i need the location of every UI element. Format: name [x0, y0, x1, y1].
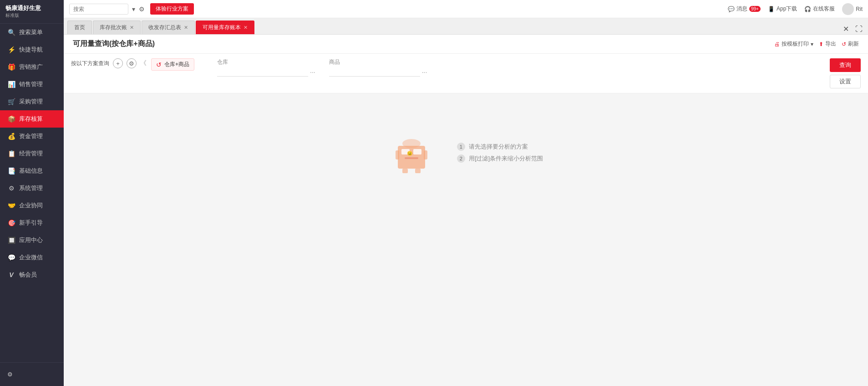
- query-label: 按以下方案查询: [71, 60, 109, 67]
- marketing-icon: 🎁: [7, 63, 15, 71]
- svg-point-8: [402, 139, 421, 148]
- topbar: ▾ ⚙ 体验行业方案 💬 消息 99+ 📱 App下载 🎧 在线客服 Rit: [64, 0, 868, 18]
- scheme-refresh-icon: ↺: [156, 61, 162, 68]
- tab-actions: ✕ ⛶: [841, 24, 864, 34]
- sidebar-item-finance[interactable]: 💰 资金管理: [0, 128, 64, 145]
- tab-available[interactable]: 可用量库存账本 ✕: [196, 21, 254, 34]
- member-icon: V: [7, 271, 15, 278]
- empty-illustration: 😐: [389, 130, 434, 175]
- edit-scheme-button[interactable]: ⚙: [127, 58, 137, 68]
- svg-rect-7: [415, 169, 421, 173]
- sidebar-logo: 畅康通好生意 标准版: [0, 0, 64, 24]
- message-label: 消息: [736, 5, 747, 13]
- sidebar-bottom: ⚙: [0, 362, 64, 386]
- export-icon: ⬆: [819, 41, 823, 47]
- tab-batch-close[interactable]: ✕: [130, 25, 134, 31]
- operation-icon: 📋: [7, 150, 15, 157]
- chevron-down-icon[interactable]: ▾: [132, 5, 135, 13]
- sidebar-item-basic[interactable]: 📑 基础信息: [0, 162, 64, 180]
- sidebar: 畅康通好生意 标准版 🔍 搜索菜单 ⚡ 快捷导航 🎁 营销推广 📊 销售管理 🛒…: [0, 0, 64, 386]
- tab-expand-button[interactable]: ⛶: [853, 24, 864, 34]
- sidebar-item-purchase[interactable]: 🛒 采购管理: [0, 93, 64, 110]
- finance-icon: 💰: [7, 133, 15, 140]
- purchase-icon: 🛒: [7, 98, 15, 105]
- sidebar-item-enterprise[interactable]: 🤝 企业协同: [0, 197, 64, 214]
- product-label: 商品: [329, 58, 427, 66]
- tab-available-close[interactable]: ✕: [244, 25, 248, 31]
- scheme-item-warehouse-product[interactable]: ↺ 仓库+商品: [151, 58, 194, 71]
- print-dropdown-icon[interactable]: ▾: [811, 41, 813, 47]
- sidebar-item-marketing[interactable]: 🎁 营销推广: [0, 58, 64, 76]
- collapse-icon[interactable]: 《: [140, 59, 147, 67]
- sidebar-item-inventory[interactable]: 📦 库存核算: [0, 110, 64, 128]
- online-support-button[interactable]: 🎧 在线客服: [804, 5, 835, 13]
- tab-batch[interactable]: 库存批次账 ✕: [93, 21, 141, 34]
- sidebar-item-operation[interactable]: 📋 经营管理: [0, 145, 64, 162]
- sidebar-item-member[interactable]: V 畅会员: [0, 266, 64, 283]
- search-input[interactable]: [69, 4, 128, 15]
- sidebar-item-system[interactable]: ⚙ 系统管理: [0, 180, 64, 197]
- headset-icon: 🎧: [804, 6, 811, 12]
- export-button[interactable]: ⬆ 导出: [819, 40, 836, 48]
- phone-icon: 📱: [768, 6, 775, 12]
- message-button[interactable]: 💬 消息 99+: [728, 5, 761, 13]
- warehouse-filter: 仓库 ···: [217, 58, 315, 77]
- warehouse-more-icon[interactable]: ···: [310, 68, 315, 76]
- tab-close-button[interactable]: ✕: [841, 24, 851, 34]
- sidebar-item-sales[interactable]: 📊 销售管理: [0, 76, 64, 93]
- newbie-icon: 🎯: [7, 219, 15, 226]
- avatar: [842, 3, 854, 15]
- product-input[interactable]: [329, 67, 420, 77]
- empty-svg: 😐: [389, 130, 434, 175]
- scheme-selector: 按以下方案查询 + ⚙ 《: [71, 58, 147, 68]
- hint-number-1: 1: [457, 143, 465, 151]
- warehouse-input[interactable]: [217, 67, 308, 77]
- product-input-wrap: ···: [329, 67, 427, 77]
- message-icon: 💬: [728, 6, 735, 12]
- tab-home[interactable]: 首页: [67, 21, 92, 34]
- page-content: 可用量查询(按仓库+商品) 🖨 按模板打印 ▾ ⬆ 导出 ↺ 刷新: [64, 35, 868, 386]
- query-button[interactable]: 查询: [830, 58, 861, 72]
- tab-batch-label: 库存批次账: [100, 24, 127, 31]
- system-icon: ⚙: [7, 185, 15, 192]
- search-icon: 🔍: [7, 29, 15, 36]
- enterprise-icon: 🤝: [7, 202, 15, 209]
- product-filter: 商品 ···: [329, 58, 427, 77]
- message-badge: 99+: [749, 6, 761, 12]
- app-download-button[interactable]: 📱 App下载: [768, 5, 797, 13]
- sidebar-item-wechat[interactable]: 💬 企业微信: [0, 249, 64, 266]
- wechat-icon: 💬: [7, 254, 15, 261]
- empty-hint-1: 1 请先选择要分析的方案: [457, 143, 543, 151]
- sidebar-item-newbie[interactable]: 🎯 新手引导: [0, 214, 64, 232]
- empty-hints: 1 请先选择要分析的方案 2 用[过滤]条件来缩小分析范围: [457, 143, 543, 163]
- query-bar: 按以下方案查询 + ⚙ 《 ↺ 仓库+商品 仓库 ···: [64, 54, 868, 93]
- svg-rect-6: [402, 169, 408, 173]
- tab-summary-close[interactable]: ✕: [184, 25, 188, 31]
- refresh-button[interactable]: ↺ 刷新: [842, 40, 859, 48]
- user-avatar[interactable]: Rit: [842, 3, 863, 15]
- scheme-list: ↺ 仓库+商品: [151, 58, 194, 71]
- tab-summary-label: 收发存汇总表: [148, 24, 181, 31]
- sidebar-item-apps[interactable]: 🔲 应用中心: [0, 232, 64, 249]
- tab-summary[interactable]: 收发存汇总表 ✕: [142, 21, 195, 34]
- gear-icon[interactable]: ⚙: [139, 5, 145, 13]
- tab-home-label: 首页: [74, 24, 85, 31]
- industry-solution-button[interactable]: 体验行业方案: [150, 3, 194, 15]
- template-print-button[interactable]: 🖨 按模板打印 ▾: [774, 40, 813, 48]
- product-more-icon[interactable]: ···: [422, 68, 427, 76]
- sidebar-item-shortcut[interactable]: ⚡ 快捷导航: [0, 41, 64, 58]
- add-scheme-button[interactable]: +: [113, 58, 123, 68]
- settings-bottom-icon: ⚙: [7, 371, 13, 378]
- topbar-right: 💬 消息 99+ 📱 App下载 🎧 在线客服 Rit: [728, 3, 863, 15]
- sidebar-item-search[interactable]: 🔍 搜索菜单: [0, 24, 64, 41]
- svg-text:😐: 😐: [407, 150, 413, 156]
- refresh-icon: ↺: [842, 41, 846, 47]
- main-area: ▾ ⚙ 体验行业方案 💬 消息 99+ 📱 App下载 🎧 在线客服 Rit: [64, 0, 868, 386]
- print-icon: 🖨: [774, 41, 780, 47]
- page-title: 可用量查询(按仓库+商品): [73, 39, 155, 49]
- shortcut-icon: ⚡: [7, 46, 15, 53]
- settings-button[interactable]: 设置: [830, 75, 861, 88]
- empty-hint-2: 2 用[过滤]条件来缩小分析范围: [457, 154, 543, 163]
- sidebar-bottom-item[interactable]: ⚙: [0, 366, 64, 382]
- basic-icon: 📑: [7, 167, 15, 175]
